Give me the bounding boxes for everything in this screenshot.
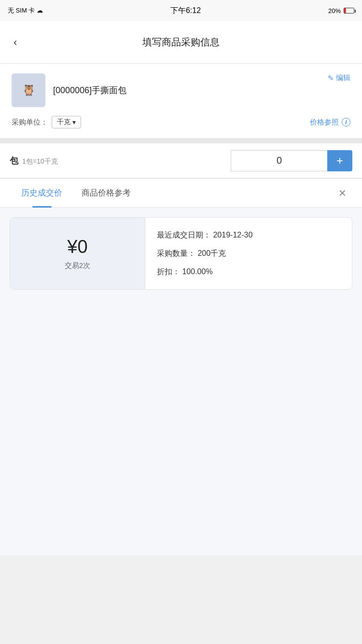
page-title: 填写商品采购信息 bbox=[142, 36, 220, 49]
quantity-value: 0 bbox=[277, 155, 282, 166]
tab-history-price[interactable]: 历史成交价 bbox=[12, 179, 72, 208]
product-left: 🦉 [0000006]手撕面包 bbox=[12, 73, 126, 107]
product-card: 🦉 [0000006]手撕面包 ✎ 编辑 采购单位： 千克 ▾ 价格参照 i bbox=[0, 64, 362, 139]
discount-label: 折扣： bbox=[157, 267, 180, 276]
history-card: ¥0 交易2次 最近成交日期： 2019-12-30 采购数量： 200千克 折… bbox=[10, 217, 352, 290]
back-button[interactable]: ‹ bbox=[10, 32, 21, 53]
purchase-unit: 采购单位： 千克 ▾ bbox=[12, 116, 81, 128]
history-right-panel: 最近成交日期： 2019-12-30 采购数量： 200千克 折扣： 100.0… bbox=[145, 218, 352, 289]
status-right: 20% bbox=[328, 7, 354, 14]
product-thumb-icon: 🦉 bbox=[22, 84, 35, 97]
recent-date-value: 2019-12-30 bbox=[213, 231, 252, 239]
product-name: [0000006]手撕面包 bbox=[53, 84, 126, 96]
recent-date-label: 最近成交日期： bbox=[157, 231, 211, 239]
content-area: ¥0 交易2次 最近成交日期： 2019-12-30 采购数量： 200千克 折… bbox=[0, 217, 362, 555]
price-reference-button[interactable]: 价格参照 i bbox=[310, 118, 350, 127]
discount-value: 100.00% bbox=[182, 267, 212, 276]
battery-percent: 20% bbox=[328, 7, 341, 14]
purchase-qty-row: 采购数量： 200千克 bbox=[157, 248, 340, 259]
unit-value: 千克 bbox=[57, 118, 70, 126]
tab-history-label: 历史成交价 bbox=[21, 187, 62, 198]
edit-icon: ✎ bbox=[328, 74, 334, 83]
status-time: 下午6:12 bbox=[170, 6, 201, 16]
plus-icon: + bbox=[336, 154, 343, 168]
tab-header: 历史成交价 商品价格参考 ✕ bbox=[0, 179, 362, 208]
purchase-unit-label: 采购单位： bbox=[12, 118, 48, 127]
discount-row: 折扣： 100.00% bbox=[157, 266, 340, 278]
quantity-row: 包 1包=10千克 0 + bbox=[0, 143, 362, 178]
product-top: 🦉 [0000006]手撕面包 ✎ 编辑 bbox=[12, 73, 350, 107]
edit-button[interactable]: ✎ 编辑 bbox=[328, 73, 350, 83]
purchase-qty-label: 采购数量： bbox=[157, 249, 195, 257]
tab-price-ref-label: 商品价格参考 bbox=[82, 187, 131, 198]
unit-select-dropdown[interactable]: 千克 ▾ bbox=[52, 116, 81, 128]
battery-icon bbox=[344, 8, 354, 14]
quantity-unit-big: 包 bbox=[10, 155, 18, 167]
quantity-input[interactable]: 0 bbox=[231, 150, 327, 171]
help-icon: i bbox=[342, 118, 350, 126]
history-left-panel: ¥0 交易2次 bbox=[10, 218, 145, 289]
purchase-qty-value: 200千克 bbox=[197, 249, 226, 257]
history-transactions: 交易2次 bbox=[65, 261, 90, 270]
status-bar: 无 SIM 卡 ☁ 下午6:12 20% bbox=[0, 0, 362, 21]
price-ref-label: 价格参照 bbox=[310, 118, 339, 127]
quantity-unit-desc: 1包=10千克 bbox=[22, 157, 58, 166]
tab-section: 历史成交价 商品价格参考 ✕ ¥0 交易2次 最近成交日期： 2019-12-3… bbox=[0, 178, 362, 555]
product-bottom: 采购单位： 千克 ▾ 价格参照 i bbox=[12, 116, 350, 128]
edit-label: 编辑 bbox=[336, 73, 350, 83]
status-left: 无 SIM 卡 ☁ bbox=[8, 6, 43, 15]
quantity-label: 包 1包=10千克 bbox=[10, 155, 58, 167]
dropdown-arrow-icon: ▾ bbox=[72, 118, 76, 126]
tab-close-button[interactable]: ✕ bbox=[334, 183, 350, 203]
section-divider bbox=[0, 139, 362, 143]
product-thumbnail: 🦉 bbox=[12, 73, 45, 107]
battery-fill bbox=[344, 8, 346, 13]
history-price: ¥0 bbox=[67, 237, 87, 257]
quantity-plus-button[interactable]: + bbox=[327, 150, 352, 171]
tab-price-reference[interactable]: 商品价格参考 bbox=[72, 179, 140, 208]
recent-date-row: 最近成交日期： 2019-12-30 bbox=[157, 229, 340, 241]
quantity-controls: 0 + bbox=[231, 150, 352, 171]
nav-bar: ‹ 填写商品采购信息 bbox=[0, 21, 362, 64]
